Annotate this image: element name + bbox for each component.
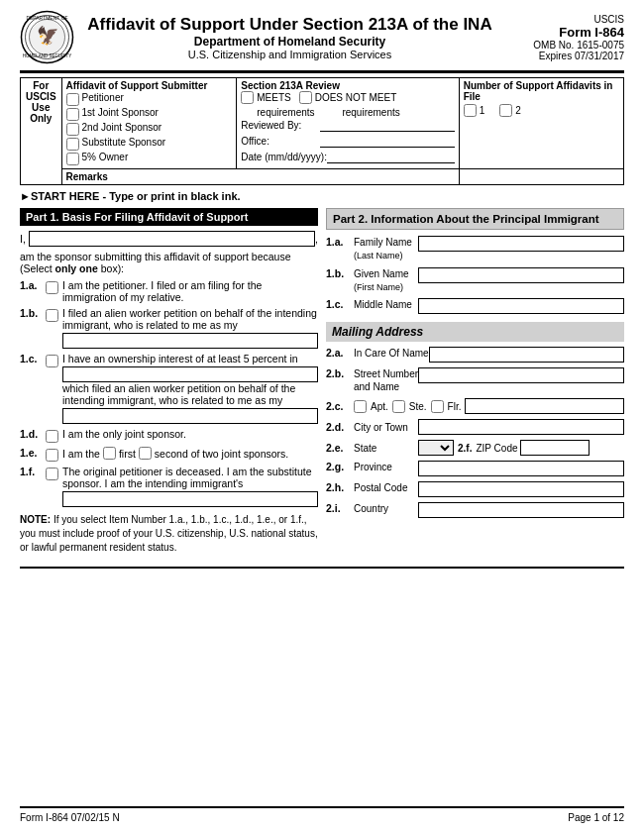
part2-2i-num: 2.i.	[326, 502, 354, 514]
in-care-of-input[interactable]	[429, 347, 624, 363]
part2-2h-row: 2.h. Postal Code	[326, 481, 624, 497]
item-1c-checkbox[interactable]	[46, 355, 58, 367]
header-center: Affidavit of Support Under Section 213A …	[84, 15, 495, 60]
city-town-input[interactable]	[418, 419, 624, 435]
part2-column: Part 2. Information About the Principal …	[326, 208, 624, 555]
part2-1a-num: 1.a.	[326, 236, 354, 248]
joint2-checkbox[interactable]	[66, 123, 79, 136]
item-1c-company-input[interactable]	[62, 366, 318, 382]
item-1e-second-checkbox[interactable]	[139, 447, 152, 460]
meets-checkbox[interactable]	[241, 91, 254, 104]
requirements-row: requirements requirements	[257, 107, 454, 118]
number-2-checkbox[interactable]	[499, 104, 512, 117]
submitter-header: Affidavit of Support Submitter	[66, 80, 208, 91]
petitioner-checkbox-item: Petitioner	[66, 92, 233, 106]
part2-2f-label: 2.f.	[458, 443, 472, 454]
footer-right: Page 1 of 12	[568, 812, 624, 823]
part2-1b-input-wrap	[418, 267, 624, 283]
item-1c-num: 1.c.	[20, 353, 46, 364]
item-1e-first-checkbox[interactable]	[103, 447, 116, 460]
header-right: USCIS Form I-864 OMB No. 1615-0075 Expir…	[495, 14, 624, 61]
part2-2g-row: 2.g. Province	[326, 461, 624, 476]
ste-checkbox[interactable]	[392, 400, 405, 413]
item-1c-text2: which filed an alien worker petition on …	[62, 382, 295, 406]
item-1d-text: I am the only joint sponsor.	[62, 428, 318, 440]
office-line: Office:	[241, 134, 454, 148]
part2-2h-num: 2.h.	[326, 481, 354, 493]
page: 🦅 DEPARTMENT OF HOMELAND SECURITY Affida…	[0, 0, 644, 833]
part2-2d-num: 2.d.	[326, 421, 354, 433]
part2-2d-input-wrap	[418, 419, 624, 435]
zip-code-input[interactable]	[520, 440, 590, 456]
item-1e-first-label: first	[119, 448, 136, 460]
apt-ste-flr-group: Apt. Ste. Flr.	[354, 398, 624, 414]
family-name-input[interactable]	[418, 236, 624, 252]
substitute-checkbox[interactable]	[66, 138, 79, 151]
middle-name-input[interactable]	[418, 298, 624, 314]
office-input[interactable]	[320, 134, 454, 148]
part2-1b-label: Given Name(First Name)	[354, 267, 418, 294]
page-divider	[20, 567, 624, 569]
part2-2a-num: 2.a.	[326, 347, 354, 359]
part2-2b-input-wrap	[418, 367, 624, 383]
item-1d-checkbox[interactable]	[46, 430, 58, 443]
part2-family-name-row: 1.a. Family Name(Last Name)	[326, 236, 624, 262]
apt-label: Apt.	[371, 401, 388, 412]
item-1c-content: I have an ownership interest of at least…	[62, 353, 318, 424]
state-select[interactable]	[418, 440, 454, 456]
date-input[interactable]	[327, 150, 455, 163]
number-2-label: 2	[515, 105, 521, 116]
part1-item-1a: 1.a. I am the petitioner. I filed or am …	[20, 279, 318, 303]
part1-item-1b: 1.b. I filed an alien worker petition on…	[20, 307, 318, 349]
given-name-input[interactable]	[418, 267, 624, 283]
part2-2h-input-wrap	[418, 481, 624, 497]
not-meet-sub: requirements	[342, 107, 399, 118]
two-col-layout: Part 1. Basis For Filing Affidavit of Su…	[20, 208, 624, 555]
date-label: Date (mm/dd/yyyy):	[241, 152, 327, 162]
item-1e-i-am: I am the	[62, 448, 100, 460]
remarks-label: Remarks	[66, 171, 108, 182]
start-here: ►START HERE - Type or print in black ink…	[20, 190, 624, 202]
footer-left: Form I-864 07/02/15 N	[20, 812, 120, 823]
part2-middle-name-row: 1.c. Middle Name	[326, 298, 624, 314]
apt-checkbox[interactable]	[354, 400, 367, 413]
petitioner-checkbox[interactable]	[66, 93, 79, 106]
meets-sub: requirements	[257, 107, 314, 118]
province-input[interactable]	[418, 461, 624, 476]
meets-item: MEETS	[241, 91, 290, 104]
apt-number-input[interactable]	[465, 398, 624, 414]
item-1e-second-label: second of two joint sponsors.	[155, 448, 288, 460]
reviewed-by-input[interactable]	[320, 118, 454, 132]
ste-label: Ste.	[409, 401, 427, 412]
part1-name-row: I, ,	[20, 231, 318, 247]
part1-intro-text: am the sponsor submitting this affidavit…	[20, 251, 318, 274]
street-number-input[interactable]	[418, 367, 624, 383]
postal-code-input[interactable]	[418, 481, 624, 497]
sponsor-name-input[interactable]	[29, 231, 315, 247]
owner-checkbox-item: 5% Owner	[66, 152, 233, 165]
joint2-checkbox-item: 2nd Joint Sponsor	[66, 122, 233, 136]
number-1-checkbox[interactable]	[464, 104, 477, 117]
item-1e-checkbox[interactable]	[46, 449, 58, 462]
item-1c-relation-input[interactable]	[62, 408, 318, 424]
item-1b-checkbox[interactable]	[46, 309, 58, 322]
owner-checkbox[interactable]	[66, 153, 79, 165]
item-1a-checkbox[interactable]	[46, 281, 58, 294]
svg-text:DEPARTMENT OF: DEPARTMENT OF	[26, 15, 67, 21]
joint1-checkbox-item: 1st Joint Sponsor	[66, 107, 233, 121]
part2-2g-label: Province	[354, 461, 418, 473]
does-not-meet-checkbox[interactable]	[299, 91, 312, 104]
part2-2a-input-wrap	[429, 347, 624, 363]
item-1b-input[interactable]	[62, 333, 318, 349]
flr-checkbox[interactable]	[431, 400, 444, 413]
item-1f-input[interactable]	[62, 491, 318, 507]
part2-given-name-row: 1.b. Given Name(First Name)	[326, 267, 624, 294]
joint1-checkbox[interactable]	[66, 108, 79, 121]
part2-header-text: Part 2. Information About the Principal …	[333, 213, 599, 225]
item-1f-checkbox[interactable]	[46, 468, 58, 480]
mailing-address-header: Mailing Address	[326, 322, 624, 342]
item-1e-content: I am the first second of two joint spons…	[62, 447, 318, 460]
country-input[interactable]	[418, 502, 624, 518]
page-footer: Form I-864 07/02/15 N Page 1 of 12	[20, 806, 624, 823]
part2-1c-input-wrap	[418, 298, 624, 314]
